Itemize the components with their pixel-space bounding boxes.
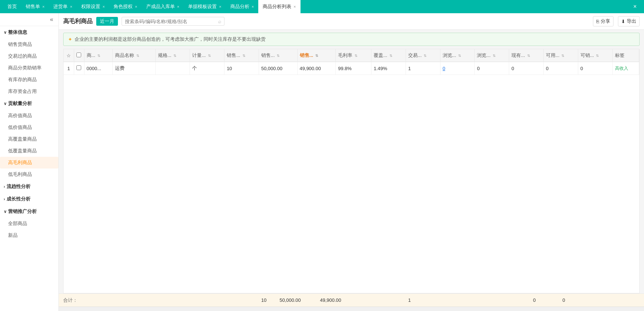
close-roles-tab[interactable]: ×: [135, 4, 137, 9]
sort-name-icon: ⇅: [136, 54, 139, 58]
share-icon: ⎘: [596, 19, 599, 24]
col-header-gross-rate[interactable]: 毛利率 ⇅: [336, 49, 371, 62]
sort-spec-icon: ⇅: [173, 54, 176, 58]
data-table-wrapper[interactable]: ☆ 商... ⇅ 商品名称 ⇅: [63, 49, 640, 293]
sort-sales2-icon: ⇅: [277, 54, 280, 58]
nav-item-template[interactable]: 单据模板设置 ×: [184, 0, 226, 13]
cell-gross-rate: 99.8%: [336, 62, 371, 75]
col-header-spec[interactable]: 规格... ⇅: [155, 49, 190, 62]
footer-sales2: 50,000.00: [280, 297, 316, 303]
window-close-button[interactable]: ×: [629, 3, 641, 10]
nav-item-analysis-list[interactable]: 商品分析列表 ×: [258, 0, 300, 13]
sidebar-section-overall-items: 销售货商品 交易过的商品 商品分类助销率 有库存的商品 库存资金占用: [0, 39, 58, 97]
export-button[interactable]: ⬇ 导出: [618, 16, 640, 26]
col-header-sales1[interactable]: 销售... ⇅: [224, 49, 259, 62]
close-template-tab[interactable]: ×: [219, 4, 221, 9]
col-header-name[interactable]: 商品名称 ⇅: [113, 49, 155, 62]
footer-current: 0: [533, 297, 555, 303]
col-header-sales2[interactable]: 销售... ⇅: [259, 49, 297, 62]
sidebar-section-growth[interactable]: › 成长性分析: [0, 193, 58, 205]
col-header-sellable[interactable]: 可销... ⇅: [578, 49, 612, 62]
close-analysis-list-tab[interactable]: ×: [294, 4, 296, 9]
sidebar-item-low-margin[interactable]: 低毛利商品: [0, 169, 58, 180]
cell-sales2: 50,000.00: [259, 62, 297, 75]
col-header-browse2[interactable]: 浏览... ⇅: [475, 49, 509, 62]
col-header-coverage[interactable]: 覆盖... ⇅: [371, 49, 406, 62]
sidebar-section-contribution[interactable]: ∨ 贡献量分析: [0, 97, 58, 110]
header-actions: ⎘ 分享 ⬇ 导出: [593, 16, 640, 26]
cell-current: 0: [509, 62, 544, 75]
sidebar-item-new-goods[interactable]: 新品: [0, 229, 58, 241]
sidebar-item-category-rate[interactable]: 商品分类助销率: [0, 62, 58, 74]
sidebar-item-high-coverage[interactable]: 高覆盖量商品: [0, 133, 58, 145]
export-icon: ⬇: [621, 19, 625, 24]
info-banner: ✦ 企业的主要的利润都是这部分商品创造的，可考虑加大推广，同时关注库存是不要出现…: [63, 33, 640, 46]
nav-item-sales[interactable]: 销售单 ×: [21, 0, 49, 13]
cell-sales1: 10: [224, 62, 259, 75]
sidebar-section-marketing[interactable]: ∨ 营销推广分析: [0, 205, 58, 218]
sort-sales1-icon: ⇅: [242, 54, 245, 58]
col-header-unit[interactable]: 计量... ⇅: [190, 49, 224, 62]
filter-recent-month-button[interactable]: 近一月: [96, 17, 118, 26]
page-title: 高毛利商品: [63, 18, 93, 25]
col-header-code[interactable]: 商... ⇅: [84, 49, 113, 62]
cell-code: 0000...: [84, 62, 113, 75]
arrow-contribution-icon: ∨: [4, 101, 7, 106]
cell-transaction: 1: [406, 62, 440, 75]
col-header-checkbox[interactable]: [74, 49, 84, 62]
search-input[interactable]: [125, 19, 218, 24]
cell-browse1[interactable]: 0: [440, 62, 475, 75]
sidebar-item-stock-capital[interactable]: 库存资金占用: [0, 86, 58, 97]
nav-item-roles[interactable]: 角色授权 ×: [109, 0, 141, 13]
sidebar-item-low-coverage[interactable]: 低覆盖量商品: [0, 145, 58, 157]
info-icon: ✦: [68, 36, 72, 42]
nav-item-home[interactable]: 首页: [3, 0, 21, 13]
table-row: 1 0000... 运费 个 10 50,000.00 49,900.00 99…: [64, 62, 639, 75]
sidebar-item-sales-goods[interactable]: 销售货商品: [0, 39, 58, 50]
close-sales-tab[interactable]: ×: [42, 4, 44, 9]
col-header-tag[interactable]: 标签: [612, 49, 639, 62]
col-header-sales3[interactable]: 销售... ⇅: [297, 49, 336, 62]
sort-gross-rate-icon: ⇅: [355, 54, 357, 58]
cell-sales3: 49,900.00: [297, 62, 336, 75]
main-container: « ∨ 整体信息 销售货商品 交易过的商品 商品分类助销率 有库存的商品 库存资…: [0, 13, 644, 311]
horizontal-scrollbar[interactable]: [59, 307, 644, 311]
sidebar-section-overall[interactable]: ∨ 整体信息: [0, 26, 58, 39]
sidebar-item-high-margin[interactable]: 高毛利商品: [0, 157, 58, 169]
col-header-browse1[interactable]: 浏览... ⇅: [440, 49, 475, 62]
nav-item-production[interactable]: 产成品入库单 ×: [142, 0, 184, 13]
search-icon[interactable]: ⌕: [218, 18, 221, 24]
nav-item-analysis[interactable]: 商品分析 ×: [226, 0, 258, 13]
col-header-current[interactable]: 现有... ⇅: [509, 49, 544, 62]
arrow-growth-icon: ›: [4, 197, 5, 201]
nav-item-purchase[interactable]: 进货单 ×: [49, 0, 76, 13]
col-header-star[interactable]: ☆: [64, 49, 74, 62]
footer-sales1: 10: [261, 297, 276, 303]
sort-transaction-icon: ⇅: [424, 54, 427, 58]
select-all-checkbox[interactable]: [76, 53, 81, 57]
sidebar-section-trend[interactable]: › 流趋性分析: [0, 180, 58, 193]
cell-checkbox[interactable]: [74, 62, 84, 75]
footer-transaction: 1: [408, 297, 438, 303]
share-button[interactable]: ⎘ 分享: [593, 16, 614, 26]
row-checkbox[interactable]: [76, 65, 81, 70]
sidebar-item-low-value[interactable]: 低价值商品: [0, 122, 58, 133]
sidebar-item-high-value[interactable]: 高价值商品: [0, 110, 58, 122]
close-analysis-tab[interactable]: ×: [252, 4, 254, 9]
col-header-transaction[interactable]: 交易... ⇅: [406, 49, 440, 62]
nav-item-permissions[interactable]: 权限设置 ×: [77, 0, 109, 13]
cell-coverage: 1.49%: [371, 62, 406, 75]
sidebar-item-all-goods[interactable]: 全部商品: [0, 218, 58, 229]
content-header: 高毛利商品 近一月 ⌕ ⎘ 分享 ⬇ 导出: [59, 13, 644, 30]
close-purchase-tab[interactable]: ×: [70, 4, 72, 9]
col-header-available[interactable]: 可用... ⇅: [544, 49, 578, 62]
sidebar-collapse-button[interactable]: «: [48, 15, 55, 23]
sidebar-item-traded-goods[interactable]: 交易过的商品: [0, 50, 58, 62]
footer-available: 0: [562, 297, 584, 303]
cell-browse2: 0: [475, 62, 509, 75]
close-production-tab[interactable]: ×: [177, 4, 179, 9]
close-permissions-tab[interactable]: ×: [102, 4, 105, 9]
sidebar-item-in-stock[interactable]: 有库存的商品: [0, 74, 58, 86]
arrow-trend-icon: ›: [4, 184, 5, 189]
data-table: ☆ 商... ⇅ 商品名称 ⇅: [64, 49, 639, 75]
